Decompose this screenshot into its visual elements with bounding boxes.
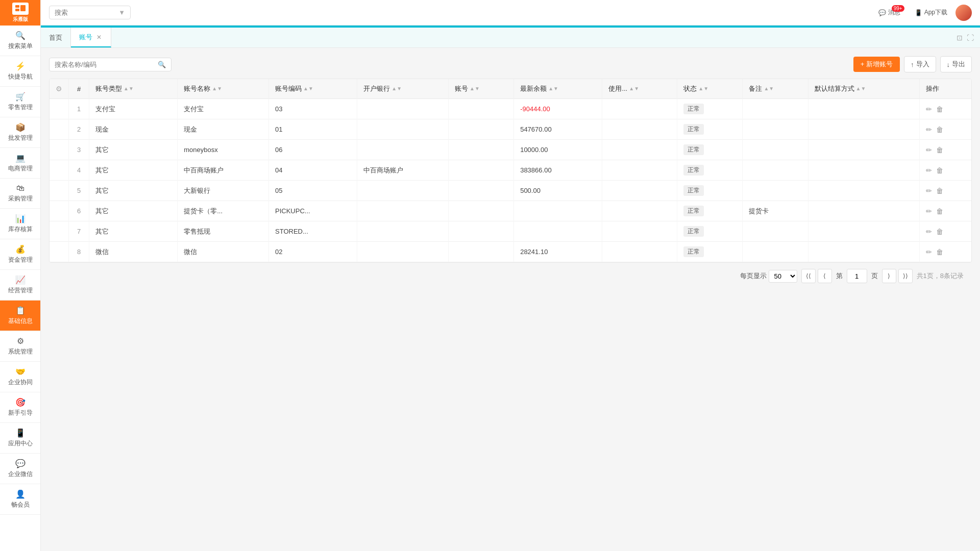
sort-code-icon: ▲▼ [303,86,313,91]
cell-code: 03 [269,99,357,119]
sidebar-item-agreement[interactable]: 🤝 企业协同 [0,362,40,392]
page-next-button[interactable]: ⟩ [882,269,896,283]
th-status[interactable]: 状态 ▲▼ [677,79,743,99]
account-search-box[interactable]: 🔍 [49,58,172,71]
delete-icon[interactable]: 🗑 [936,248,943,256]
sidebar-item-ecommerce[interactable]: 💻 电商管理 [0,148,40,179]
sidebar-item-basic-info[interactable]: 📋 基础信息 [0,300,40,331]
sidebar-item-guide[interactable]: 🎯 新手引导 [0,392,40,423]
cell-bank: 中百商场账户 [357,160,449,181]
sidebar-item-search-menu[interactable]: 🔍 搜索菜单 [0,26,40,56]
delete-icon[interactable]: 🗑 [936,126,943,134]
status-badge: 正常 [683,206,704,216]
app-download-button[interactable]: 📱 App下载 [915,8,947,17]
cell-balance: 10000.00 [514,140,602,160]
sidebar-item-app-center[interactable]: 📱 应用中心 [0,423,40,454]
delete-icon[interactable]: 🗑 [936,207,943,215]
sidebar-item-wechat[interactable]: 💬 企业微信 [0,454,40,484]
th-usage[interactable]: 使用... ▲▼ [602,79,677,99]
edit-icon[interactable]: ✏ [926,105,932,113]
edit-icon[interactable]: ✏ [926,228,932,236]
delete-icon[interactable]: 🗑 [936,166,943,174]
per-page-select[interactable]: 50 100 200 [769,270,797,283]
shortcut-icon: ⚡ [15,61,26,71]
sidebar-item-wholesale[interactable]: 📦 批发管理 [0,117,40,148]
page-last-button[interactable]: ⟩⟩ [898,269,913,283]
message-button[interactable]: 💬 消息 99+ [878,8,900,17]
th-code[interactable]: 账号编码 ▲▼ [269,79,357,99]
th-bank[interactable]: 开户银行 ▲▼ [357,79,449,99]
sidebar-item-finance[interactable]: 💰 资金管理 [0,239,40,270]
cell-remark [743,119,808,140]
delete-icon[interactable]: 🗑 [936,146,943,154]
tab-expand-icon[interactable]: ⛶ [967,34,974,42]
th-name[interactable]: 账号名称 ▲▼ [178,79,269,99]
delete-icon[interactable]: 🗑 [936,105,943,113]
page-first-button[interactable]: ⟨⟨ [801,269,816,283]
th-default-settle[interactable]: 默认结算方式 ▲▼ [808,79,919,99]
sidebar-item-shortcut[interactable]: ⚡ 快捷导航 [0,56,40,87]
th-remark[interactable]: 备注 ▲▼ [743,79,808,99]
pagination-bar: 每页显示 50 100 200 ⟨⟨ ⟨ 第 页 ⟩ ⟩⟩ 共1页，8条记录 [49,263,972,283]
tab-home[interactable]: 首页 [41,28,71,47]
settings-gear-icon[interactable]: ⚙ [56,85,62,93]
edit-icon[interactable]: ✏ [926,166,932,174]
import-button[interactable]: ↑ 导入 [904,56,936,72]
tab-account-label: 账号 [79,33,92,42]
toolbar-right: + 新增账号 ↑ 导入 ↓ 导出 [853,56,972,72]
sidebar-item-label: 零售管理 [8,103,33,112]
edit-icon[interactable]: ✏ [926,187,932,195]
page-prev-button[interactable]: ⟨ [818,269,832,283]
cell-status: 正常 [677,119,743,140]
th-settings[interactable]: ⚙ [50,79,69,99]
import-label: 导入 [916,60,929,69]
cell-bank [357,99,449,119]
delete-icon[interactable]: 🗑 [936,187,943,195]
export-button[interactable]: ↓ 导出 [940,56,972,72]
edit-icon[interactable]: ✏ [926,207,932,215]
edit-icon[interactable]: ✏ [926,248,932,256]
tab-close-icon[interactable]: ✕ [95,34,103,41]
top-search-input[interactable] [55,9,115,16]
cell-name: 现金 [178,119,269,140]
account-search-input[interactable] [55,61,155,68]
sidebar-item-operations[interactable]: 📈 经营管理 [0,270,40,300]
th-status-label: 状态 [683,84,697,93]
th-type[interactable]: 账号类型 ▲▼ [89,79,178,99]
sidebar-item-purchase[interactable]: 🛍 采购管理 [0,179,40,209]
edit-icon[interactable]: ✏ [926,126,932,134]
sidebar-item-label: 电商管理 [8,164,33,173]
tab-restore-icon[interactable]: ⊡ [957,34,963,42]
cell-action: ✏ 🗑 [919,221,971,242]
cell-settings [50,221,69,242]
sidebar-item-retail[interactable]: 🛒 零售管理 [0,87,40,117]
tab-account[interactable]: 账号 ✕ [71,28,111,47]
table-row: 2 现金 现金 01 547670.00 正常 ✏ 🗑 [50,119,971,140]
sidebar-item-label: 快捷导航 [8,72,33,81]
inventory-icon: 📊 [15,214,26,223]
avatar[interactable] [955,5,972,21]
svg-rect-1 [15,9,19,11]
status-badge: 正常 [683,246,704,257]
th-balance[interactable]: 最新余额 ▲▼ [514,79,602,99]
cell-default-settle [808,99,919,119]
delete-icon[interactable]: 🗑 [936,228,943,236]
edit-icon[interactable]: ✏ [926,146,932,154]
cell-code: PICKUPC... [269,201,357,221]
th-account[interactable]: 账号 ▲▼ [449,79,514,99]
sidebar-item-system[interactable]: ⚙ 系统管理 [0,331,40,362]
page-size-selector: 每页显示 50 100 200 [740,270,797,283]
message-icon: 💬 [878,9,886,16]
cell-account [449,99,514,119]
add-account-button[interactable]: + 新增账号 [853,57,900,72]
page-number-input[interactable] [847,269,867,283]
sidebar-item-member[interactable]: 👤 畅会员 [0,484,40,515]
th-default-settle-label: 默认结算方式 [815,84,854,93]
cell-account [449,221,514,242]
per-page-label: 每页显示 [740,271,767,281]
cell-status: 正常 [677,181,743,201]
sidebar-item-label: 系统管理 [8,347,33,356]
top-search-box[interactable]: ▼ [49,6,131,19]
sidebar-item-inventory[interactable]: 📊 库存核算 [0,209,40,239]
th-usage-label: 使用... [608,84,627,93]
